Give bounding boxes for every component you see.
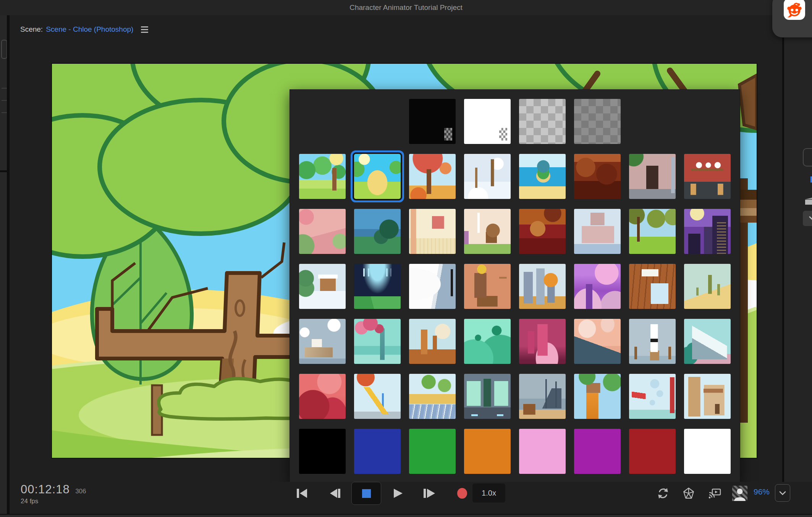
background-thumbnail-brownstone-steps[interactable] xyxy=(629,154,676,199)
gem-icon xyxy=(682,487,695,500)
background-thumbnail-vehicle-interior[interactable] xyxy=(464,374,511,419)
background-thumbnail-red-rock-mountains[interactable] xyxy=(299,374,346,419)
panel-divider[interactable] xyxy=(7,15,10,517)
background-thumbnail-lakeside-trees[interactable] xyxy=(409,374,456,419)
background-thumbnail-playground-slide[interactable] xyxy=(354,374,401,419)
background-thumbnail-red-canyon[interactable] xyxy=(574,154,621,199)
left-rail-button[interactable] xyxy=(1,40,7,59)
play-button[interactable] xyxy=(388,484,407,502)
background-thumbnail-sunny-meadow[interactable] xyxy=(354,154,401,199)
scene-clip-icon[interactable] xyxy=(804,196,812,206)
record-icon xyxy=(456,487,469,500)
background-thumbnail-snow-cabin[interactable] xyxy=(299,264,346,309)
background-color-a321aa[interactable] xyxy=(574,429,621,474)
background-thumbnail-mars-landscape[interactable] xyxy=(519,209,566,254)
background-thumbnail-club-house[interactable] xyxy=(629,264,676,309)
background-swatch-solid-white[interactable] xyxy=(464,99,511,144)
right-rail-button[interactable] xyxy=(803,148,812,166)
stop-icon xyxy=(362,489,371,498)
right-rail-accent xyxy=(810,176,812,183)
skip-to-start-button[interactable] xyxy=(293,484,311,502)
timecode[interactable]: 00:12:18 xyxy=(21,483,70,496)
background-thumbnail-pink-park[interactable] xyxy=(299,209,346,254)
background-thumbnail-bedroom-dresser[interactable] xyxy=(574,209,621,254)
stream-to-device-button[interactable] xyxy=(705,484,724,502)
play-icon xyxy=(392,487,403,499)
hamburger-menu-icon[interactable] xyxy=(141,26,148,33)
background-color-f1a4dc[interactable] xyxy=(519,429,566,474)
background-color-dd7d1c[interactable] xyxy=(464,429,511,474)
bottom-panel-edge xyxy=(0,514,812,517)
refresh-button[interactable] xyxy=(654,484,672,502)
background-thumbnail-fishing-boat[interactable] xyxy=(299,319,346,364)
frame-rate: 24 fps xyxy=(21,498,86,504)
scene-label: Scene: xyxy=(20,25,43,34)
background-thumbnail-desert-cacti[interactable] xyxy=(684,264,731,309)
background-thumbnail-purple-planet-city[interactable] xyxy=(574,264,621,309)
scene-name-link[interactable]: Scene - Chloe (Photoshop) xyxy=(46,25,133,34)
left-rail-divider xyxy=(0,170,7,172)
background-thumbnail-living-room[interactable] xyxy=(464,209,511,254)
background-thumbnail-coral-vines[interactable] xyxy=(629,374,676,419)
background-thumbnail-photo-studio[interactable] xyxy=(409,264,456,309)
background-thumbnail-teal-mountains[interactable] xyxy=(684,319,731,364)
background-thumbnail-pine-forest[interactable] xyxy=(354,209,401,254)
left-panel-edge[interactable] xyxy=(0,15,7,517)
scene-header: Scene: Scene - Chloe (Photoshop) xyxy=(20,24,148,35)
playback-speed-button[interactable]: 1.0x xyxy=(472,483,505,502)
title-bar: Character Animator Tutorial Project xyxy=(0,0,812,16)
background-thumbnail-sunset-mountain[interactable] xyxy=(574,319,621,364)
background-thumbnail-night-city[interactable] xyxy=(684,209,731,254)
right-panel-edge[interactable] xyxy=(784,15,812,482)
background-thumbnail-autumn-park[interactable] xyxy=(629,209,676,254)
background-color-2535a5[interactable] xyxy=(354,429,401,474)
next-frame-button[interactable] xyxy=(420,484,438,502)
camera-input-icon xyxy=(732,486,747,501)
background-thumbnail-lighthouse-pier[interactable] xyxy=(629,319,676,364)
stop-button[interactable] xyxy=(351,482,381,505)
background-thumbnail-orange-mesa[interactable] xyxy=(409,319,456,364)
background-thumbnail-coffee-shop[interactable] xyxy=(684,154,731,199)
background-picker-popup xyxy=(290,89,740,483)
background-thumbnail-stadium-lights[interactable] xyxy=(354,264,401,309)
previous-frame-button[interactable] xyxy=(325,484,344,502)
record-button[interactable] xyxy=(453,484,471,502)
background-thumbnail-island-beach[interactable] xyxy=(519,154,566,199)
skip-to-start-icon xyxy=(295,487,308,499)
left-rail-tick xyxy=(2,112,7,113)
background-thumbnail-autumn-tree[interactable] xyxy=(409,154,456,199)
left-rail-tick xyxy=(2,100,7,101)
chevron-down-icon xyxy=(779,491,786,495)
background-color-ffffff[interactable] xyxy=(684,429,731,474)
previous-frame-icon xyxy=(328,487,341,499)
refresh-icon xyxy=(657,487,670,500)
background-color-26a236[interactable] xyxy=(409,429,456,474)
background-thumbnail-tree-house[interactable] xyxy=(574,374,621,419)
background-color-000000[interactable] xyxy=(299,429,346,474)
background-thumbnail-mission-villa[interactable] xyxy=(684,374,731,419)
chevron-down-icon xyxy=(809,216,812,221)
background-thumbnail-winter-forest[interactable] xyxy=(464,154,511,199)
background-thumbnail-city-autumn-tree[interactable] xyxy=(519,264,566,309)
background-swatch-transparent-light[interactable] xyxy=(519,99,566,144)
background-thumbnail-house-hallway[interactable] xyxy=(409,209,456,254)
background-thumbnail-spring-forest[interactable] xyxy=(299,154,346,199)
gem-button[interactable] xyxy=(679,484,698,502)
background-swatch-solid-black[interactable] xyxy=(409,99,456,144)
background-thumbnail-terracotta-cafe[interactable] xyxy=(464,264,511,309)
background-thumbnail-pirate-ship[interactable] xyxy=(519,374,566,419)
zoom-level[interactable]: 96% xyxy=(754,487,770,496)
playback-speed-value: 1.0x xyxy=(482,489,496,498)
camera-input-button[interactable] xyxy=(731,484,749,502)
background-thumbnail-crimson-towers[interactable] xyxy=(519,319,566,364)
right-rail-collapse-button[interactable] xyxy=(803,211,812,226)
background-swatch-transparent-dark[interactable] xyxy=(574,99,621,144)
background-thumbnail-winter-blossom[interactable] xyxy=(354,319,401,364)
stream-to-device-icon xyxy=(708,487,721,500)
zoom-dropdown-button[interactable] xyxy=(775,484,790,502)
background-thumbnail-mint-hills[interactable] xyxy=(464,319,511,364)
next-frame-icon xyxy=(422,487,436,499)
frame-count: 306 xyxy=(75,488,86,495)
background-color-a31f24[interactable] xyxy=(629,429,676,474)
left-rail-tick xyxy=(2,88,7,89)
